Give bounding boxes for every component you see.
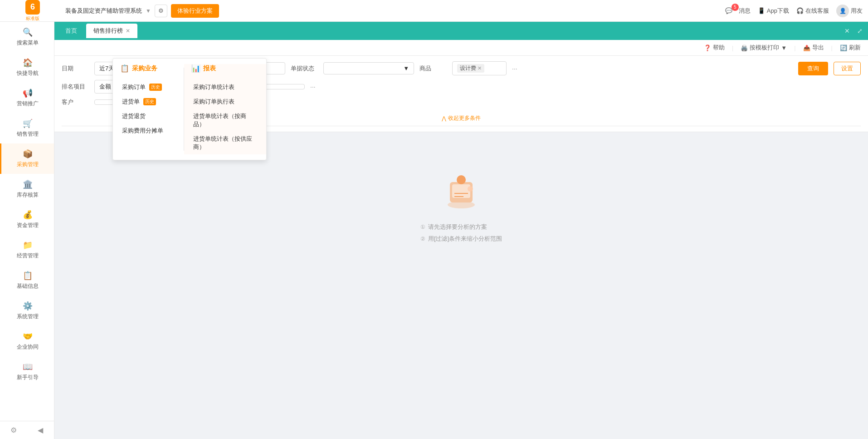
messages-action[interactable]: 💬 5 消息 [725, 7, 751, 15]
sidebar-item-label: 系统管理 [17, 313, 39, 321]
dropdown-purchase-order[interactable]: 采购订单 历史 [120, 80, 176, 94]
sidebar-item-purchase[interactable]: 📦 采购管理 [0, 143, 54, 174]
customer-label: 客户 [62, 98, 89, 106]
dropdown-report-col: 📊 报表 采购订单统计表 采购订单执行表 进货单统计表（按商品） [184, 64, 266, 154]
sidebar-item-marketing[interactable]: 📢 营销推广 [0, 83, 54, 113]
sidebar-item-collab[interactable]: 🤝 企业协同 [0, 326, 54, 356]
query-button[interactable]: 查询 [798, 62, 828, 75]
doc-status-select[interactable]: ▼ [323, 62, 414, 74]
system-title: 装备及固定资产辅助管理系统 [65, 7, 142, 15]
goods-receipt-label: 进货单 [122, 98, 140, 106]
toolbar-divider2: | [794, 44, 795, 51]
sidebar-item-sales[interactable]: 🛒 销售管理 [0, 113, 54, 143]
rank-label: 排名项目 [62, 83, 89, 91]
sidebar-item-label: 基础信息 [17, 282, 39, 290]
goods-input[interactable]: 设计费 ✕ [452, 61, 507, 75]
dropdown-goods-receipt[interactable]: 进货单 历史 [120, 94, 176, 109]
print-icon: 🖨️ [741, 44, 748, 51]
sidebar-item-label: 采购管理 [17, 161, 39, 168]
report-title-label: 报表 [203, 64, 216, 73]
goods-tag-close[interactable]: ✕ [478, 65, 482, 71]
user-action[interactable]: 👤 用友 [836, 5, 863, 17]
report-title-icon: 📊 [191, 64, 200, 73]
inventory-icon: 🏛️ [23, 179, 33, 189]
dropdown-purchase-expense[interactable]: 采购费用分摊单 [120, 123, 176, 138]
settings-button[interactable]: 设置 [834, 62, 861, 75]
online-service-label: 在线客服 [805, 7, 829, 15]
export-action[interactable]: 📤 导出 [803, 44, 824, 52]
logo-area: 6 标准版 [5, 0, 60, 22]
search-icon: 🔍 [23, 27, 33, 37]
purchase-title-icon: 📋 [120, 64, 129, 73]
operations-icon: 📁 [23, 240, 33, 250]
tab-expand-icon[interactable]: ⤢ [855, 25, 864, 36]
gear-button[interactable]: ⚙ [155, 5, 167, 17]
date-filter-label: 日期 [62, 64, 89, 73]
sidebar-item-finance[interactable]: 💰 资金管理 [0, 204, 54, 235]
sidebar-item-search[interactable]: 🔍 搜索菜单 [0, 22, 54, 52]
purchase-order-exec-label: 采购订单执行表 [193, 98, 234, 106]
refresh-action[interactable]: 🔄 刷新 [840, 44, 861, 52]
avatar: 👤 [836, 5, 849, 17]
sidebar-item-guide[interactable]: 📖 新手引导 [0, 356, 54, 387]
print-action[interactable]: 🖨️ 按模板打印 ▼ [741, 44, 787, 52]
print-dropdown-icon[interactable]: ▼ [781, 44, 787, 51]
sidebar-item-operations[interactable]: 📁 经营管理 [0, 235, 54, 265]
goods-stat-by-goods-label: 进货单统计表（按商品） [193, 112, 257, 128]
collapse-label: 收起更多条件 [448, 114, 481, 122]
purchase-title-label: 采购业务 [132, 64, 157, 73]
svg-point-6 [468, 186, 473, 192]
empty-illustration [439, 168, 484, 214]
sidebar-item-label: 资金管理 [17, 222, 39, 229]
refresh-icon: 🔄 [840, 44, 847, 51]
sidebar-item-inventory[interactable]: 🏛️ 库存核算 [0, 174, 54, 204]
sidebar-item-system[interactable]: ⚙️ 系统管理 [0, 296, 54, 326]
filter-actions: 查询 设置 [798, 62, 861, 75]
home-icon: 🏠 [23, 58, 33, 68]
doc-status-chevron: ▼ [403, 65, 409, 72]
sidebar-item-basicinfo[interactable]: 📋 基础信息 [0, 265, 54, 296]
goods-more-dots[interactable]: ··· [512, 65, 517, 72]
tab-close-all-icon[interactable]: ✕ [843, 25, 852, 36]
content-area: 首页 销售排行榜 ✕ ✕ ⤢ ❓ 帮助 | 🖨️ 按模 [54, 22, 868, 439]
online-service-action[interactable]: 🎧 在线客服 [796, 7, 829, 15]
dropdown-purchase-order-stat[interactable]: 采购订单统计表 [191, 80, 259, 94]
purchase-order-stat-label: 采购订单统计表 [193, 83, 234, 91]
export-label: 导出 [812, 44, 824, 52]
system-icon: ⚙️ [23, 301, 33, 311]
collapse-up-icon: ⋀ [442, 115, 446, 122]
tab-home[interactable]: 首页 [58, 24, 84, 38]
tab-sales-ranking-label: 销售排行榜 [93, 27, 123, 35]
sidebar-item-label: 经营管理 [17, 252, 39, 260]
industry-button[interactable]: 体验行业方案 [171, 4, 219, 18]
help-action[interactable]: ❓ 帮助 [704, 44, 725, 52]
sidebar-settings-btn[interactable]: ⚙ [0, 421, 27, 439]
sidebar-item-label: 快捷导航 [17, 69, 39, 77]
goods-receipt-history: 历史 [143, 98, 156, 105]
tab-sales-ranking[interactable]: 销售排行榜 ✕ [86, 24, 137, 38]
toolbar-divider1: | [732, 44, 733, 51]
hint1-num: ① [420, 222, 425, 232]
dropdown-goods-stat-by-goods[interactable]: 进货单统计表（按商品） [191, 109, 259, 132]
app-download-action[interactable]: 📱 App下载 [758, 7, 789, 15]
basicinfo-icon: 📋 [23, 271, 33, 281]
toolbar-divider3: | [831, 44, 833, 51]
system-dropdown-icon[interactable]: ▼ [146, 8, 151, 14]
salesperson-more-dots[interactable]: ··· [310, 83, 316, 90]
tab-close-icon[interactable]: ✕ [126, 28, 130, 34]
goods-tag: 设计费 ✕ [457, 64, 484, 73]
dropdown-goods-stat-by-supplier[interactable]: 进货单统计表（按供应商） [191, 132, 259, 154]
sidebar-item-label: 库存核算 [17, 191, 39, 199]
collab-icon: 🤝 [23, 331, 33, 341]
rank-value: 金额 [99, 83, 111, 91]
dropdown-goods-return[interactable]: 进货退货 [120, 109, 176, 123]
goods-label: 商品 [419, 64, 447, 73]
logo-subtitle: 标准版 [26, 15, 39, 22]
doc-status-label: 单据状态 [291, 64, 318, 73]
sidebar-item-quicknav[interactable]: 🏠 快捷导航 [0, 52, 54, 83]
dropdown-purchase-col: 📋 采购业务 采购订单 历史 进货单 历史 进货退货 [113, 64, 184, 154]
help-label: 帮助 [713, 44, 725, 52]
goods-stat-by-supplier-label: 进货单统计表（按供应商） [193, 135, 257, 151]
sidebar-collapse-btn[interactable]: ◀ [27, 421, 54, 439]
dropdown-purchase-order-exec[interactable]: 采购订单执行表 [191, 94, 259, 109]
